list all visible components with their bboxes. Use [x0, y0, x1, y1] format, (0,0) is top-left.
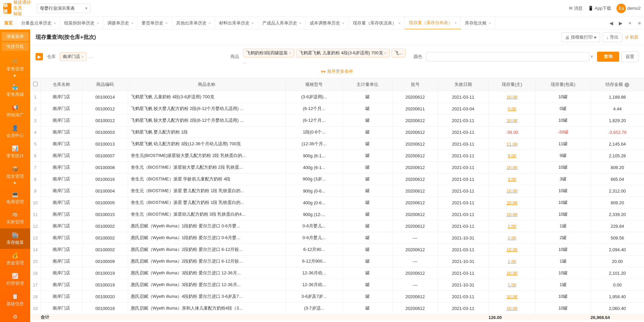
row-qty-main[interactable]: 10.00 [488, 91, 535, 103]
close-icon[interactable]: × [489, 21, 491, 25]
row-amount: 2,145.64 [591, 138, 644, 150]
sidebar-item-finance[interactable]: 💰 资金管理 [0, 249, 30, 269]
row-qty-main[interactable]: 1.00 [488, 256, 535, 267]
row-warehouse: 南岸门店 [41, 173, 83, 185]
tab-material-out[interactable]: 材料出库单历史 × [215, 17, 258, 30]
color-input[interactable] [426, 52, 589, 61]
refresh-icon: ↺ [625, 35, 629, 40]
row-no: 14 [30, 244, 41, 256]
amount-info-icon[interactable]: i [625, 83, 629, 87]
row-no: 17 [30, 279, 41, 291]
select-all-checkbox[interactable] [33, 82, 38, 86]
sidebar-item-marketing[interactable]: 📢 营销推广 [0, 101, 30, 121]
close-icon[interactable]: × [299, 21, 301, 25]
tab-product-in[interactable]: 产成品入库单历史 × [258, 17, 306, 30]
close-icon[interactable]: × [165, 21, 167, 25]
industry-selector[interactable]: 母婴行业演示库表 ▾ [37, 4, 91, 13]
app-download-btn[interactable]: 📱 App下载 [588, 5, 611, 11]
sidebar-item-member[interactable]: 👤 会员中心 [0, 121, 30, 142]
sidebar-item-operation[interactable]: 📈 经营管理 [0, 269, 30, 290]
row-qty-main[interactable]: 10.00 [488, 267, 535, 279]
message-btn[interactable]: ✉ 消息 [569, 5, 583, 11]
tag-close-icon[interactable]: × [82, 55, 84, 59]
tab-cost-adjust[interactable]: 成本调整单历史 × [306, 17, 348, 30]
row-no: 9 [30, 185, 41, 197]
sidebar-item-ecommerce[interactable]: 💻 电商管理 [0, 188, 30, 208]
sidebar-item-inventory[interactable]: 🏬 库存核算 [0, 228, 30, 249]
color-dropdown-icon[interactable]: ▾ [591, 54, 593, 59]
tag-close-icon[interactable]: × [384, 51, 386, 55]
row-spec: 3-6岁及7岁... [285, 291, 343, 303]
finance-icon: 💰 [12, 252, 18, 259]
nav-next-arrow[interactable]: ▶ [616, 17, 625, 30]
product-tag-3: 飞... [391, 49, 406, 57]
sidebar-item-retail-stats[interactable]: 📊 零售统计 [0, 142, 30, 162]
export-btn[interactable]: ↓ 导出 [603, 32, 623, 42]
close-icon[interactable]: × [342, 21, 344, 25]
row-qty-main[interactable]: 2.00 [488, 232, 535, 244]
filter-toggle-btn[interactable]: ▶ [36, 53, 43, 60]
tab-inventory-dist[interactable]: 现存量（库存分布表） × [405, 17, 461, 30]
row-qty-main[interactable]: 10.00 [488, 291, 535, 303]
row-unit: 罐 [343, 126, 392, 138]
row-qty-main[interactable]: 10.00 [488, 209, 535, 220]
query-btn[interactable]: 查询 [597, 52, 619, 62]
row-qty-main[interactable]: 1.00 [488, 220, 535, 232]
row-qty-pkg: 10罐 [536, 244, 591, 256]
expand-more-btn[interactable]: ▾▾ 展开更多条件 [321, 68, 353, 74]
sidebar-search[interactable]: 搜索菜单 [2, 32, 29, 41]
warehouse-more[interactable]: ... [89, 54, 92, 59]
close-icon[interactable]: × [54, 21, 56, 25]
row-qty-main[interactable]: -39.00 [488, 126, 535, 138]
row-name: 飞鹤星飞帆 婴儿配方奶粉 1段 [128, 126, 285, 138]
close-icon[interactable]: × [97, 21, 99, 25]
tab-order[interactable]: 要货单历史 × [138, 17, 172, 30]
row-qty-main[interactable]: 10.00 [488, 115, 535, 126]
product-more[interactable]: ... [243, 59, 247, 64]
nav-prev-arrow[interactable]: ◀ [606, 17, 616, 30]
row-qty-main[interactable]: 0.00 [488, 103, 535, 115]
nav-close-btn[interactable]: × [625, 17, 635, 30]
row-code: 00100009 [83, 256, 128, 267]
row-qty-main[interactable]: 10.00 [488, 162, 535, 173]
row-no: 19 [30, 303, 41, 314]
template-print-btn[interactable]: 🖨 按模板打印 ▾ [561, 32, 600, 42]
tab-batch-ledger[interactable]: 库存批次账 × [461, 17, 495, 30]
close-icon[interactable]: × [398, 21, 400, 25]
setting-btn[interactable]: 设置 [621, 51, 639, 62]
sidebar-item-retail-mgmt[interactable]: 🛒 零售管理 ▶ [0, 55, 30, 80]
tab-assembly[interactable]: 组装拆卸单历史 × [60, 17, 103, 30]
sidebar-item-system[interactable]: ⚙ 系统管理 [0, 310, 30, 322]
row-qty-main[interactable]: 3.00 [488, 173, 535, 185]
tag-close-icon[interactable]: × [289, 51, 291, 55]
row-qty-main[interactable]: 1.00 [488, 279, 535, 291]
sidebar-item-retail-shop[interactable]: 🏪 零售商城 [0, 80, 30, 101]
row-spec: 1段(0-6个... [285, 126, 343, 138]
tab-other-out[interactable]: 其他出库单历史 × [172, 17, 215, 30]
close-icon[interactable]: × [454, 21, 457, 25]
close-icon[interactable]: × [252, 21, 254, 25]
tab-home[interactable]: 首页 [0, 17, 17, 30]
sidebar-item-basic-info[interactable]: 📋 基础信息 [0, 290, 30, 310]
inventory-icon: 🏬 [12, 232, 18, 238]
tab-inventory-count[interactable]: 分量盘点单历史 × [17, 17, 60, 30]
row-amount: 1,829.20 [591, 115, 644, 126]
sidebar-item-wholesale[interactable]: 📦 批发管理 ▶ [0, 162, 30, 188]
top-bar: 畅捷 畅捷通好生意 标版 母婴行业演示库表 ▾ ✉ 消息 📱 App下载 Ea … [0, 0, 644, 17]
close-icon[interactable]: × [131, 21, 133, 25]
sidebar-item-purchase[interactable]: 🛍 采购管理 [0, 208, 30, 228]
row-qty-main[interactable]: 10.00 [488, 244, 535, 256]
user-info[interactable]: Ea demo2 [616, 4, 641, 13]
close-icon[interactable]: × [209, 21, 211, 25]
refresh-btn[interactable]: ↺ 刷新 [625, 34, 639, 40]
row-unit: 罐 [343, 91, 392, 103]
tab-inventory-status[interactable]: 现存量（库存状况表） × [349, 17, 405, 30]
row-qty-main[interactable]: 9.00 [488, 150, 535, 162]
row-qty-main[interactable]: 10.00 [488, 197, 535, 209]
row-qty-main[interactable]: 10.00 [488, 303, 535, 314]
row-qty-main[interactable]: 10.00 [488, 185, 535, 197]
tab-transfer[interactable]: 调拨单历史 × [103, 17, 138, 30]
row-qty-main[interactable]: 11.00 [488, 138, 535, 150]
sidebar-quick-nav[interactable]: 快捷导航 [2, 42, 29, 51]
nav-menu-btn[interactable]: ≡ [635, 17, 644, 30]
